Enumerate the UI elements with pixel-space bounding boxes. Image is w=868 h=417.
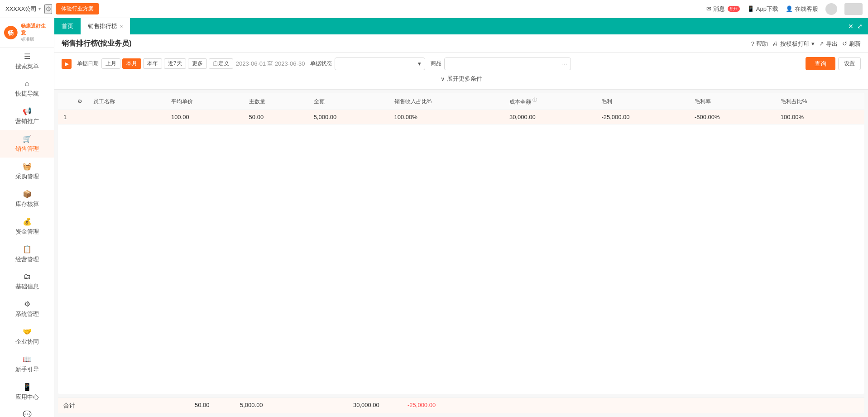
sidebar-item-enterprise[interactable]: 🤝 企业协同	[0, 323, 54, 350]
basic-icon: 🗂	[24, 273, 31, 281]
filter-area: ▶ 单据日期 上月 本月 本年 近7天 更多 自定义 2	[54, 53, 868, 90]
footer-sales-pct	[294, 402, 353, 410]
cell-qty: 50.00	[244, 110, 308, 125]
date-custom-btn[interactable]: 自定义	[209, 58, 233, 69]
date-current-month-btn[interactable]: 本月	[122, 58, 141, 69]
date-more-btn[interactable]: 更多	[188, 58, 207, 69]
system-icon: ⚙	[24, 300, 30, 308]
print-button[interactable]: 🖨 按模板打印 ▾	[772, 40, 815, 48]
sidebar-item-label: 资金管理	[15, 228, 39, 236]
sidebar-item-inventory[interactable]: 📦 库存核算	[0, 185, 54, 213]
sidebar-item-purchase[interactable]: 🧺 采购管理	[0, 158, 54, 185]
cell-amount: 5,000.00	[308, 110, 389, 125]
th-name: 员工名称	[88, 93, 166, 110]
sidebar-item-label: 快捷导航	[15, 90, 39, 98]
sidebar-item-label: 系统管理	[15, 310, 39, 318]
footer-avg-price	[158, 402, 195, 410]
footer-profit: -25,000.00	[408, 402, 462, 410]
marketing-icon: 📢	[23, 107, 32, 115]
sidebar-item-system[interactable]: ⚙ 系统管理	[0, 295, 54, 323]
enterprise-icon: 🤝	[23, 327, 32, 336]
logo-icon: 畅	[4, 25, 18, 40]
expand-row: ∨ 展开更多条件	[62, 73, 861, 85]
sidebar-item-marketing[interactable]: 📢 营销推广	[0, 102, 54, 130]
sidebar-item-sales[interactable]: 🛒 销售管理	[0, 130, 54, 158]
th-idx	[58, 93, 72, 110]
user-name-placeholder	[844, 3, 863, 15]
goods-input[interactable]: ···	[444, 58, 571, 70]
footer-amount: 5,000.00	[240, 402, 294, 410]
filter-date-group: 单据日期 上月 本月 本年 近7天 更多 自定义 2023-06-01 至	[77, 58, 305, 69]
date-7days-btn[interactable]: 近7天	[164, 58, 186, 69]
cell-idx: 1	[58, 110, 72, 125]
print-icon: 🖨	[772, 40, 778, 47]
arrow-right-icon: ▶	[65, 61, 69, 67]
sidebar-item-operations[interactable]: 📋 经营管理	[0, 240, 54, 268]
top-bar: XXXXX公司 ▾ ⚙ 体验行业方案 ✉ 消息 99+ 📱 App下载 👤 在线…	[0, 0, 868, 18]
sidebar-item-label: 基础信息	[15, 283, 39, 291]
close-window-icon[interactable]: ✕	[848, 23, 854, 30]
help-icon: ?	[751, 40, 754, 47]
tab-close-icon[interactable]: ×	[120, 24, 123, 29]
message-label: 消息	[713, 5, 725, 13]
sidebar-item-wechat[interactable]: 💬 企业微信	[0, 406, 54, 417]
main-layout: 畅 畅康通好生意 标准版 ☰ 搜索菜单 ⌂ 快捷导航 📢 营销推广 🛒 销售管理…	[0, 18, 868, 417]
settings-button[interactable]: 设置	[838, 57, 861, 70]
trial-button[interactable]: 体验行业方案	[56, 3, 99, 14]
cell-cost: 30,000.00	[504, 110, 596, 125]
guide-icon: 📖	[23, 355, 32, 364]
avatar[interactable]	[825, 3, 837, 15]
cell-profit-pct: 100.00%	[775, 110, 864, 125]
sidebar-item-shortcuts[interactable]: ⌂ 快捷导航	[0, 75, 54, 102]
app-download-item[interactable]: 📱 App下载	[747, 5, 778, 13]
query-button[interactable]: 查询	[806, 57, 835, 70]
sidebar-logo: 畅 畅康通好生意 标准版	[0, 18, 54, 48]
cell-profit-rate: -500.00%	[689, 110, 775, 125]
sidebar-item-label: 库存核算	[15, 200, 39, 208]
sidebar-item-appcenter[interactable]: 📱 应用中心	[0, 378, 54, 406]
sidebar-item-label: 采购管理	[15, 173, 39, 181]
refresh-button[interactable]: ↺ 刷新	[842, 40, 861, 48]
sidebar-item-basic[interactable]: 🗂 基础信息	[0, 268, 54, 295]
inventory-icon: 📦	[23, 190, 32, 198]
th-settings[interactable]: ⚙	[72, 93, 88, 110]
sidebar-item-guide[interactable]: 📖 新手引导	[0, 350, 54, 378]
company-selector[interactable]: XXXXX公司 ▾	[5, 5, 41, 13]
svg-text:畅: 畅	[8, 29, 14, 36]
sales-icon: 🛒	[23, 134, 32, 143]
sidebar-item-label: 企业协同	[15, 338, 39, 346]
company-name: XXXXX公司	[5, 5, 37, 13]
expand-more-btn[interactable]: ∨ 展开更多条件	[441, 73, 482, 85]
th-cost: 成本全额 ⓘ	[504, 93, 596, 110]
tab-home-label: 首页	[62, 22, 73, 30]
export-icon: ↗	[819, 40, 824, 47]
filter-right-actions: 查询 设置	[806, 57, 861, 70]
table-header-row: ⚙ 员工名称 平均单价 主数量 全额 销售收入占比% 成本全额 ⓘ 毛利 毛利率…	[58, 93, 864, 110]
service-item[interactable]: 👤 在线客服	[786, 5, 818, 13]
table-wrap: ⚙ 员工名称 平均单价 主数量 全额 销售收入占比% 成本全额 ⓘ 毛利 毛利率…	[58, 93, 864, 394]
th-sales-pct: 销售收入占比%	[389, 93, 504, 110]
tab-sales-ranking[interactable]: 销售排行榜 ×	[81, 18, 130, 34]
sidebar-item-label: 新手引导	[15, 365, 39, 374]
message-icon: ✉	[706, 5, 711, 12]
date-prev-month-btn[interactable]: 上月	[101, 58, 120, 69]
sidebar-item-finance[interactable]: 💰 资金管理	[0, 213, 54, 240]
th-profit-rate: 毛利率	[689, 93, 775, 110]
maximize-icon[interactable]: ⤢	[857, 23, 863, 30]
th-qty: 主数量	[244, 93, 308, 110]
date-year-btn[interactable]: 本年	[143, 58, 162, 69]
settings-icon-btn[interactable]: ⚙	[44, 4, 52, 14]
status-select[interactable]: ▾	[335, 58, 425, 70]
cell-name	[88, 110, 166, 125]
filter-goods-group: 商品 ···	[431, 58, 571, 70]
tab-home[interactable]: 首页	[54, 18, 81, 34]
filter-toggle-btn[interactable]: ▶	[62, 59, 72, 69]
sidebar-item-label: 搜索菜单	[15, 62, 39, 71]
print-chevron-icon: ▾	[811, 40, 815, 47]
goods-filter-label: 商品	[431, 60, 441, 67]
export-button[interactable]: ↗ 导出	[819, 40, 838, 48]
app-icon: 📱	[747, 5, 754, 12]
sidebar-item-search[interactable]: ☰ 搜索菜单	[0, 48, 54, 75]
message-item[interactable]: ✉ 消息 99+	[706, 5, 740, 13]
help-button[interactable]: ? 帮助	[751, 40, 768, 48]
